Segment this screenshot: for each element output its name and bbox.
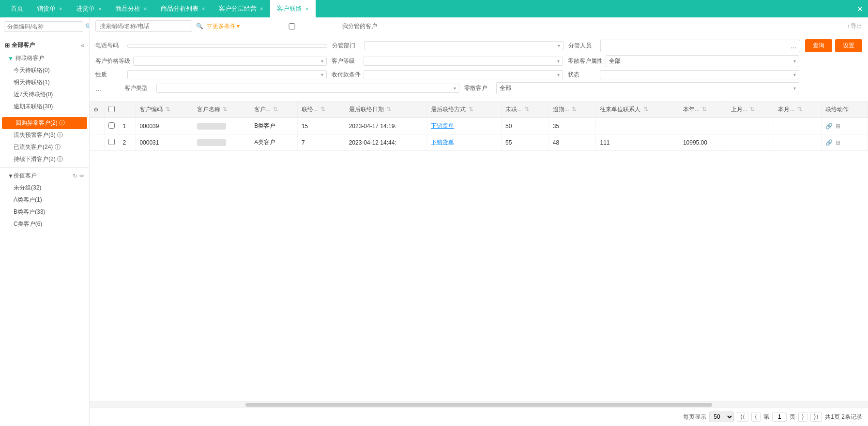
dots-icon[interactable]: ... — [791, 42, 797, 50]
scrollbar-thumb[interactable] — [245, 403, 713, 407]
chevron-down-icon: ▾ — [321, 59, 323, 64]
nav-product-analysis-list[interactable]: 商品分析列表 ✕ — [154, 0, 212, 17]
sidebar-item-7days[interactable]: 近7天待联络(0) — [0, 88, 89, 101]
col-this-year[interactable]: 本年... ⇅ — [679, 102, 727, 118]
col-last-date[interactable]: 最后联络日期 ⇅ — [345, 102, 427, 118]
more-conditions-button[interactable]: ▽ 更多条件 ▾ — [207, 22, 240, 30]
sidebar-item-repurchase-abnormal[interactable]: 回购异常客户(2) ⓘ — [2, 117, 87, 129]
last-method-link[interactable]: 下销货单 — [431, 122, 454, 129]
cell-last-month — [727, 118, 774, 134]
top-navigation: 首页 销货单 ✕ 进货单 ✕ 商品分析 ✕ 商品分析列表 ✕ 客户分层经营 ✕ … — [0, 0, 868, 17]
cell-last-method[interactable]: 下销货单 — [427, 118, 502, 134]
nav-sales-order[interactable]: 销货单 ✕ — [30, 0, 69, 17]
sidebar-item-today[interactable]: 今天待联络(0) — [0, 64, 89, 76]
nav-product-analysis[interactable]: 商品分析 ✕ — [108, 0, 154, 17]
nav-home[interactable]: 首页 — [4, 0, 30, 17]
col-code[interactable]: 客户编码 ⇅ — [136, 102, 193, 118]
row-checkbox[interactable] — [108, 139, 115, 145]
col-unit-contact[interactable]: 往来单位联系人 ⇅ — [596, 102, 679, 118]
prev-page-button[interactable]: ⟨ — [751, 412, 761, 422]
col-contact[interactable]: 联络... ⇅ — [297, 102, 345, 118]
retail-customer-input[interactable]: 全部 ▾ — [496, 82, 799, 94]
select-all-checkbox[interactable] — [108, 106, 115, 112]
cell-checkbox[interactable] — [104, 134, 119, 151]
cell-code[interactable]: 000039 — [136, 118, 193, 134]
payment-input[interactable]: ▾ — [364, 70, 563, 79]
sidebar-item-declining[interactable]: 持续下滑客户(2) ⓘ — [0, 153, 89, 165]
customer-type-input[interactable]: ▾ — [156, 84, 459, 93]
row-checkbox[interactable] — [108, 122, 115, 129]
nav-customer-tier[interactable]: 客户分层经营 ✕ — [212, 0, 270, 17]
sidebar-search-input[interactable] — [4, 21, 83, 32]
cell-last-method[interactable]: 下销货单 — [427, 134, 502, 151]
col-not-contact[interactable]: 未联... ⇅ — [501, 102, 548, 118]
sidebar-item-churn-warning[interactable]: 流失预警客户(3) ⓘ — [0, 129, 89, 141]
refresh-icon[interactable]: ↻ — [73, 173, 77, 179]
search-button[interactable]: 🔍 — [196, 23, 203, 29]
link-icon[interactable]: 🔗 — [825, 139, 833, 146]
person-input[interactable]: ... — [600, 40, 800, 52]
filter-icon: ▽ — [207, 23, 212, 29]
horizontal-scrollbar[interactable] — [90, 401, 868, 407]
edit-icon[interactable]: ✏ — [79, 173, 84, 179]
my-customers-checkbox[interactable] — [244, 23, 340, 29]
sidebar-item-overdue-contact[interactable]: 逾期未联络(30) — [0, 101, 89, 113]
col-seq — [119, 102, 136, 118]
link-icon[interactable]: 🔗 — [825, 123, 833, 130]
col-type[interactable]: 客户... ⇅ — [250, 102, 298, 118]
cell-checkbox[interactable] — [104, 118, 119, 134]
phone-input[interactable] — [127, 44, 327, 48]
last-method-link[interactable]: 下销货单 — [431, 139, 454, 146]
col-this-month[interactable]: 本月... ⇅ — [774, 102, 822, 118]
more-icon[interactable]: ... — [95, 84, 102, 93]
my-customers-checkbox-label[interactable]: 我分管的客户 — [244, 22, 377, 30]
first-page-button[interactable]: ⟨⟨ — [737, 412, 748, 422]
collapse-icon[interactable]: « — [81, 42, 84, 49]
price-level-input[interactable]: ▾ — [133, 57, 327, 66]
close-icon[interactable]: ✕ — [201, 6, 205, 12]
cell-name[interactable] — [193, 118, 250, 134]
export-button[interactable]: ↑ 导出 — [847, 22, 862, 30]
window-close-button[interactable]: ✕ — [857, 4, 863, 14]
all-customers-header[interactable]: ⊞ 全部客户 « — [0, 38, 89, 52]
settings-button[interactable]: 设置 — [835, 39, 862, 52]
dept-input[interactable]: ▾ — [364, 41, 564, 50]
nav-customer-contact[interactable]: 客户联络 ✕ — [270, 0, 316, 17]
query-button[interactable]: 查询 — [805, 39, 832, 52]
retail-attr-input[interactable]: 全部 ▾ — [606, 55, 799, 67]
last-page-button[interactable]: ⟩⟩ — [810, 412, 822, 422]
sidebar-item-unclassified[interactable]: 未分组(32) — [0, 182, 89, 194]
close-icon[interactable]: ✕ — [259, 6, 263, 12]
sidebar-search-icon[interactable]: 🔍 — [85, 23, 90, 30]
cell-name[interactable] — [193, 134, 250, 151]
customer-level-input[interactable]: ▾ — [364, 57, 563, 66]
close-icon[interactable]: ✕ — [143, 6, 147, 12]
grid-action-icon[interactable]: ⊞ — [836, 123, 840, 130]
next-page-button[interactable]: ⟩ — [798, 412, 807, 422]
per-page-select[interactable]: 50 20 100 — [709, 411, 734, 422]
page-input[interactable] — [772, 412, 787, 422]
filter-actions: 查询 设置 — [805, 39, 862, 52]
sidebar-item-class-b[interactable]: B类客户(33) — [0, 206, 89, 218]
col-last-month[interactable]: 上月... ⇅ — [727, 102, 774, 118]
grid-action-icon[interactable]: ⊞ — [836, 139, 840, 146]
sidebar-item-tomorrow[interactable]: 明天待联络(1) — [0, 76, 89, 88]
search-input[interactable] — [95, 20, 192, 32]
col-settings[interactable]: ⚙ — [90, 102, 104, 118]
cell-settings — [90, 118, 104, 134]
sidebar-group-pending-contact[interactable]: ▼ 待联络客户 — [0, 52, 89, 64]
cell-code[interactable]: 000031 — [136, 134, 193, 151]
close-icon[interactable]: ✕ — [305, 6, 309, 12]
sidebar-item-class-a[interactable]: A类客户(1) — [0, 194, 89, 206]
sidebar-item-churned[interactable]: 已流失客户(24) ⓘ — [0, 141, 89, 153]
close-icon[interactable]: ✕ — [98, 6, 102, 12]
col-checkbox[interactable] — [104, 102, 119, 118]
sidebar-item-class-c[interactable]: C类客户(6) — [0, 218, 89, 230]
col-last-method[interactable]: 最后联络方式 ⇅ — [427, 102, 502, 118]
close-icon[interactable]: ✕ — [59, 6, 62, 12]
col-overdue[interactable]: 逾期... ⇅ — [548, 102, 596, 118]
col-name[interactable]: 客户名称 ⇅ — [193, 102, 250, 118]
gender-input[interactable]: ▾ — [127, 70, 327, 79]
nav-purchase-order[interactable]: 进货单 ✕ — [69, 0, 108, 17]
status-input[interactable]: ▾ — [600, 70, 799, 79]
